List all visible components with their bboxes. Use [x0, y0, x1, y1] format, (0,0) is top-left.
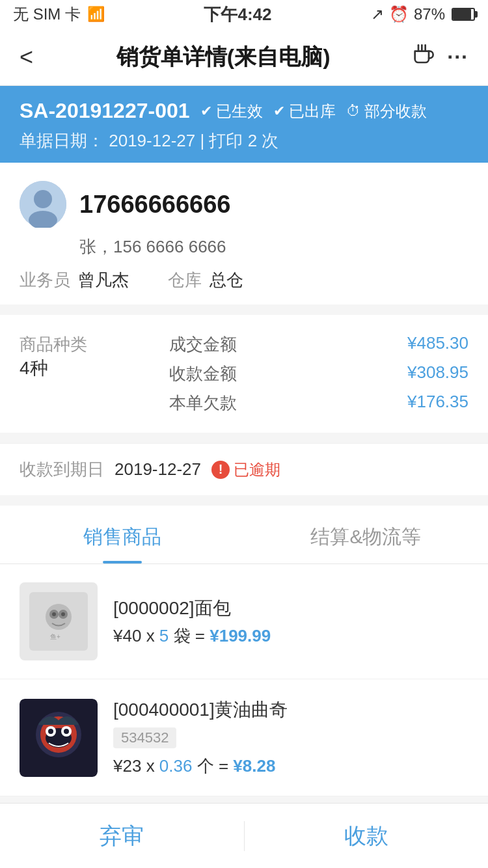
- tabs-bar: 销售商品 结算&物流等: [0, 506, 488, 564]
- share-icon[interactable]: [413, 44, 434, 70]
- product-info-2: [000400001]黄油曲奇 534532 ¥23 x 0.36 个 = ¥8…: [113, 698, 468, 778]
- order-banner: SA-20191227-001 ✔ 已生效 ✔ 已出库 ⏱ 部分收款 单据日期：…: [0, 86, 488, 163]
- svg-point-20: [64, 729, 69, 734]
- check-icon-2: ✔: [273, 103, 285, 120]
- customer-header: 17666666666: [20, 181, 468, 228]
- warehouse-meta: 仓库 总仓: [168, 269, 243, 292]
- status-time: 下午4:42: [204, 3, 271, 26]
- product-thumb-1: 鱼+: [20, 582, 98, 660]
- due-date-value: 2019-12-27: [115, 459, 201, 480]
- order-date: 2019-12-27: [109, 131, 195, 150]
- status-badge-effective: ✔ 已生效: [200, 101, 263, 122]
- stats-left: 商品种类 4种: [20, 333, 169, 381]
- product-item-1: 鱼+ [0000002]面包 ¥40 x 5 袋 = ¥199.99: [0, 564, 488, 679]
- customer-sub: 张，156 6666 6666: [20, 236, 468, 258]
- tab-sales-products[interactable]: 销售商品: [0, 506, 244, 563]
- warehouse-label: 仓库: [168, 269, 202, 292]
- product-qty-2: 0.36: [159, 756, 193, 776]
- overdue-dot-icon: !: [211, 461, 230, 479]
- salesman-value: 曾凡杰: [78, 269, 129, 292]
- overdue-text: 已逾期: [234, 459, 280, 480]
- svg-point-4: [34, 190, 52, 208]
- back-button[interactable]: <: [20, 44, 33, 71]
- product-total-2: ¥8.28: [233, 756, 275, 776]
- warehouse-value: 总仓: [210, 269, 243, 292]
- category-label: 商品种类: [20, 333, 169, 356]
- battery-label: 87%: [414, 5, 445, 23]
- abandon-review-button[interactable]: 弃审: [0, 821, 245, 851]
- more-icon[interactable]: ···: [447, 45, 468, 69]
- svg-point-10: [52, 612, 56, 616]
- salesman-label: 业务员: [20, 269, 70, 292]
- status-badge-shipped: ✔ 已出库: [273, 101, 336, 122]
- svg-point-19: [48, 729, 53, 734]
- product-info-1: [0000002]面包 ¥40 x 5 袋 = ¥199.99: [113, 596, 468, 647]
- stats-section: 商品种类 4种 成交金额 ¥485.30 收款金额 ¥308.95 本单欠款 ¥…: [0, 315, 488, 433]
- tab-settlement-logistics[interactable]: 结算&物流等: [244, 506, 488, 563]
- wifi-icon: 📶: [87, 6, 105, 23]
- status-bar: 无 SIM 卡 📶 下午4:42 ↗ ⏰ 87%: [0, 0, 488, 29]
- bottom-bar: 弃审 收款: [0, 803, 488, 868]
- collect-payment-button[interactable]: 收款: [245, 821, 489, 851]
- customer-section: 17666666666 张，156 6666 6666 业务员 曾凡杰 仓库 总…: [0, 163, 488, 305]
- deal-amount-row: 成交金额 ¥485.30: [169, 333, 468, 356]
- customer-meta: 业务员 曾凡杰 仓库 总仓: [20, 269, 468, 292]
- customer-id: 17666666666: [79, 191, 230, 219]
- product-name-2: [000400001]黄油曲奇: [113, 698, 468, 722]
- banner-bottom: 单据日期： 2019-12-27 | 打印 2 次: [20, 129, 468, 152]
- order-id: SA-20191227-001: [20, 99, 190, 123]
- nav-actions: ···: [413, 44, 468, 70]
- product-item-2: [000400001]黄油曲奇 534532 ¥23 x 0.36 个 = ¥8…: [0, 679, 488, 796]
- page-title: 销货单详情(来自电脑): [116, 42, 331, 72]
- product-qty-1: 5: [159, 626, 169, 645]
- deal-amount-value: ¥485.30: [407, 333, 468, 356]
- product-name-1: [0000002]面包: [113, 596, 468, 621]
- check-icon-1: ✔: [200, 103, 212, 120]
- product-total-1: ¥199.99: [210, 626, 271, 645]
- salesman-meta: 业务员 曾凡杰: [20, 269, 129, 292]
- owed-label: 本单欠款: [169, 392, 237, 414]
- location-icon: ↗: [371, 5, 384, 23]
- status-left: 无 SIM 卡 📶: [13, 4, 105, 25]
- product-list: 鱼+ [0000002]面包 ¥40 x 5 袋 = ¥199.99: [0, 564, 488, 796]
- overdue-badge: ! 已逾期: [211, 459, 280, 480]
- owed-value: ¥176.35: [407, 392, 468, 414]
- clock-icon: ⏰: [389, 5, 409, 23]
- avatar: [20, 181, 66, 228]
- product-sku-2: 534532: [113, 727, 176, 748]
- print-info: | 打印 2 次: [200, 131, 278, 150]
- sim-label: 无 SIM 卡: [13, 4, 81, 25]
- product-price-1: ¥40 x 5 袋 = ¥199.99: [113, 625, 468, 647]
- due-date-section: 收款到期日 2019-12-27 ! 已逾期: [0, 443, 488, 495]
- banner-top: SA-20191227-001 ✔ 已生效 ✔ 已出库 ⏱ 部分收款: [20, 99, 468, 123]
- battery-icon: [452, 8, 475, 21]
- due-label: 收款到期日: [20, 458, 104, 481]
- received-value: ¥308.95: [407, 362, 468, 385]
- date-label: 单据日期：: [20, 131, 104, 150]
- deal-amount-label: 成交金额: [169, 333, 237, 356]
- status-badge-partial: ⏱ 部分收款: [346, 101, 427, 122]
- category-count: 4种: [20, 356, 169, 381]
- owed-amount-row: 本单欠款 ¥176.35: [169, 392, 468, 414]
- clock-badge-icon: ⏱: [346, 103, 360, 120]
- received-label: 收款金额: [169, 362, 237, 385]
- product-thumb-2: [20, 699, 98, 777]
- status-right: ↗ ⏰ 87%: [371, 5, 475, 23]
- nav-bar: < 销货单详情(来自电脑) ···: [0, 29, 488, 86]
- product-price-2: ¥23 x 0.36 个 = ¥8.28: [113, 755, 468, 778]
- received-amount-row: 收款金额 ¥308.95: [169, 362, 468, 385]
- svg-point-11: [61, 612, 65, 616]
- svg-text:鱼+: 鱼+: [50, 633, 61, 640]
- stats-right: 成交金额 ¥485.30 收款金额 ¥308.95 本单欠款 ¥176.35: [169, 333, 468, 414]
